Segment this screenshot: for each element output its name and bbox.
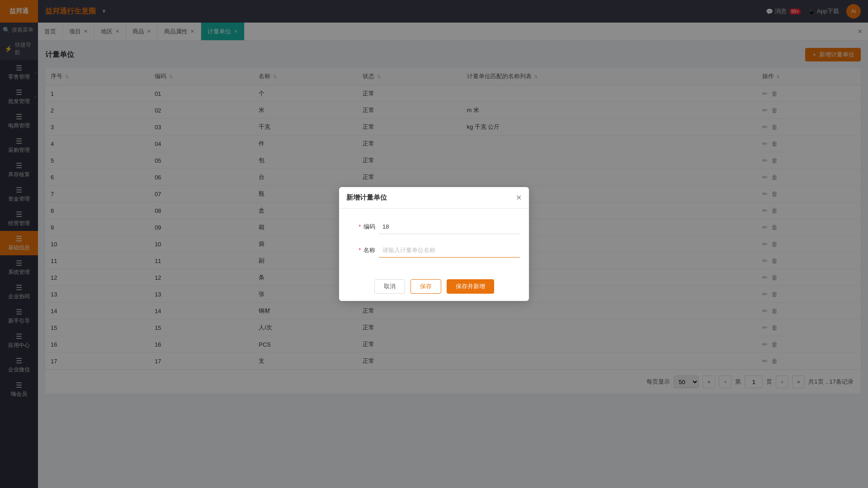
save-and-new-button[interactable]: 保存并新增 [447, 279, 494, 294]
cancel-button[interactable]: 取消 [374, 279, 405, 294]
code-input[interactable] [379, 220, 520, 234]
form-row-name: * 名称 [348, 243, 520, 258]
modal-footer: 取消 保存 保存并新增 [339, 274, 529, 301]
modal-title: 新增计量单位 [346, 193, 387, 202]
modal-overlay: 新增计量单位 ✕ * 编码 * 名称 取消 保存 保存并新增 [0, 0, 868, 488]
code-label: * 编码 [348, 223, 375, 231]
required-marker: * [359, 223, 361, 230]
modal-header: 新增计量单位 ✕ [339, 187, 529, 209]
name-label: * 名称 [348, 246, 375, 254]
name-input[interactable] [379, 243, 520, 258]
save-button[interactable]: 保存 [410, 279, 441, 294]
modal-close-btn[interactable]: ✕ [516, 193, 522, 202]
add-unit-modal: 新增计量单位 ✕ * 编码 * 名称 取消 保存 保存并新增 [339, 187, 529, 301]
required-marker-name: * [359, 247, 361, 253]
form-row-code: * 编码 [348, 220, 520, 234]
modal-body: * 编码 * 名称 [339, 209, 529, 274]
